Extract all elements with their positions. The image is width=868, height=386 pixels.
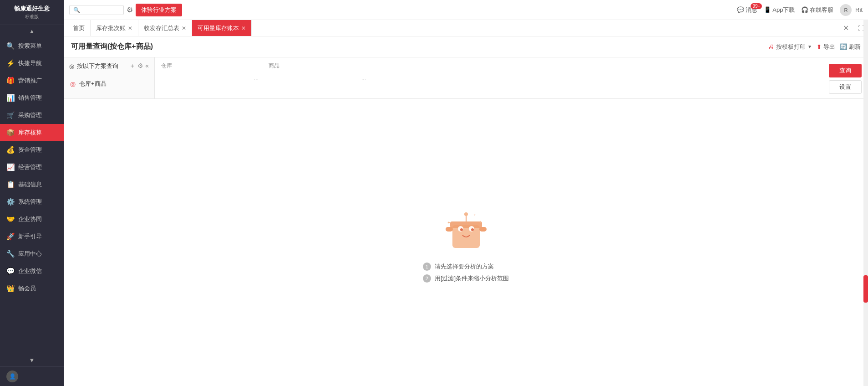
message-button[interactable]: 💬 消息 99+ [737, 6, 757, 14]
tab-close-icon[interactable]: ✕ [241, 25, 246, 31]
tab-close-icon[interactable]: ✕ [182, 25, 186, 31]
industry-solution-button[interactable]: 体验行业方案 [136, 4, 182, 16]
marketing-icon: 🎁 [6, 77, 15, 85]
scheme-item-label: 仓库+商品 [79, 80, 107, 88]
system-icon: ⚙️ [6, 198, 15, 206]
export-button[interactable]: ⬆ 导出 [817, 43, 835, 51]
gear-icon[interactable]: ⚙ [127, 5, 133, 14]
refresh-button[interactable]: 🔄 刷新 [840, 43, 861, 51]
user-avatar: 👤 [6, 371, 18, 382]
tab-available-ledger[interactable]: 可用量库存账本 ✕ [192, 20, 252, 36]
sidebar-item-marketing[interactable]: 🎁 营销推广 [0, 72, 64, 89]
sidebar-item-appcenter[interactable]: 🔧 应用中心 [0, 245, 64, 262]
app-edition: 标准版 [25, 14, 39, 20]
svg-rect-9 [479, 227, 487, 232]
query-section: ◎ 按以下方案查询 ＋ ⚙ « ◎ 仓库+商品 仓库 [64, 57, 868, 99]
svg-text:✦: ✦ [479, 220, 482, 224]
sidebar-item-label: 搜索菜单 [18, 42, 42, 50]
sidebar-item-finance[interactable]: 💰 资金管理 [0, 141, 64, 159]
sidebar-item-enterprise[interactable]: 🤝 企业协同 [0, 211, 64, 228]
sidebar-item-guide[interactable]: 🚀 新手引导 [0, 228, 64, 245]
svg-text:✧: ✧ [473, 213, 476, 216]
sidebar-item-quicknav[interactable]: ⚡ 快捷导航 [0, 55, 64, 72]
product-field: 商品 ... [269, 62, 369, 85]
right-scrollbar[interactable] [863, 20, 868, 386]
page-header: 可用量查询(按仓库+商品) 🖨 按模板打印 ▼ ⬆ 导出 🔄 刷新 [64, 36, 868, 57]
basic-info-icon: 📋 [6, 180, 15, 189]
svg-rect-8 [446, 227, 453, 232]
sidebar-item-label: 应用中心 [18, 250, 42, 258]
export-label: 导出 [823, 43, 835, 51]
sidebar-item-sales[interactable]: 📊 销售管理 [0, 89, 64, 107]
tab-label: 首页 [73, 24, 85, 32]
warehouse-input-container[interactable]: ... [161, 72, 261, 85]
sidebar-user[interactable]: 👤 [0, 366, 64, 386]
scrollbar-thumb[interactable] [863, 275, 868, 303]
sidebar-item-label: 采购管理 [18, 111, 42, 119]
avatar: R [840, 4, 852, 16]
tab-home[interactable]: 首页 [67, 20, 91, 36]
product-input[interactable] [271, 75, 360, 82]
warehouse-more-button[interactable]: ... [254, 75, 259, 82]
sidebar-item-search[interactable]: 🔍 搜索菜单 [0, 37, 64, 55]
sidebar-item-basic[interactable]: 📋 基础信息 [0, 176, 64, 193]
chevron-down-icon: ▼ [807, 44, 812, 49]
warehouse-field: 仓库 ... [161, 62, 261, 85]
operation-icon: 📈 [6, 163, 15, 171]
customer-service-button[interactable]: 🎧 在线客服 [801, 6, 833, 14]
sidebar-item-label: 企业微信 [18, 267, 42, 275]
sidebar-item-label: 基础信息 [18, 180, 42, 189]
sidebar-item-label: 系统管理 [18, 198, 42, 206]
warehouse-input[interactable] [164, 75, 252, 82]
app-download-button[interactable]: 📱 App下载 [764, 6, 795, 14]
search-icon: 🔍 [73, 7, 80, 13]
query-action-buttons: 查询 设置 [829, 62, 862, 94]
print-button[interactable]: 🖨 按模板打印 ▼ [768, 43, 812, 51]
search-menu-icon: 🔍 [6, 42, 15, 50]
sidebar-item-system[interactable]: ⚙️ 系统管理 [0, 193, 64, 211]
quicknav-icon: ⚡ [6, 59, 15, 67]
tab-label: 库存批次账 [96, 24, 126, 32]
tab-batch-ledger[interactable]: 库存批次账 ✕ [91, 20, 138, 36]
tab-close-icon[interactable]: ✕ [128, 25, 132, 31]
settings-scheme-button[interactable]: ⚙ [137, 62, 143, 70]
product-more-button[interactable]: ... [361, 75, 366, 82]
sidebar-scroll-down[interactable]: ▼ [0, 354, 64, 366]
phone-icon: 📱 [764, 6, 771, 13]
sidebar-item-member[interactable]: 👑 畅会员 [0, 280, 64, 297]
print-label: 按模板打印 [776, 43, 806, 51]
scheme-item-warehouse-product[interactable]: ◎ 仓库+商品 [64, 75, 154, 93]
sidebar-item-operation[interactable]: 📈 经营管理 [0, 159, 64, 176]
sidebar-scroll-up[interactable]: ▲ [0, 25, 64, 37]
topbar-search-box[interactable]: 🔍 [69, 5, 124, 15]
page-title: 可用量查询(按仓库+商品) [71, 42, 153, 51]
inventory-icon: 📦 [6, 129, 15, 137]
topbar-left: 🔍 ⚙ 体验行业方案 [69, 4, 733, 16]
sidebar-logo: 畅康通好生意 标准版 [0, 0, 64, 25]
tabbar: 首页 库存批次账 ✕ 收发存汇总表 ✕ 可用量库存账本 ✕ ✕ ⛶ [64, 20, 868, 36]
tabbar-close-button[interactable]: ✕ [838, 24, 854, 32]
tab-inout-summary[interactable]: 收发存汇总表 ✕ [138, 20, 192, 36]
sidebar-item-label: 资金管理 [18, 146, 42, 154]
settings-button[interactable]: 设置 [829, 80, 862, 94]
page-header-actions: 🖨 按模板打印 ▼ ⬆ 导出 🔄 刷新 [768, 43, 861, 51]
collapse-scheme-button[interactable]: « [145, 62, 149, 70]
query-scheme-sidebar: ◎ 按以下方案查询 ＋ ⚙ « ◎ 仓库+商品 [64, 57, 155, 98]
product-input-container[interactable]: ... [269, 72, 369, 85]
app-title: 畅康通好生意 [14, 5, 50, 13]
topbar: 🔍 ⚙ 体验行业方案 💬 消息 99+ 📱 App下载 🎧 在线客服 R [64, 0, 868, 20]
query-button[interactable]: 查询 [829, 64, 862, 77]
service-icon: 🎧 [801, 6, 808, 13]
query-scheme-label: 按以下方案查询 [77, 62, 118, 70]
main-area: 🔍 ⚙ 体验行业方案 💬 消息 99+ 📱 App下载 🎧 在线客服 R [64, 0, 868, 386]
sidebar-item-wechat[interactable]: 💬 企业微信 [0, 262, 64, 280]
add-scheme-button[interactable]: ＋ [129, 62, 136, 70]
sidebar-item-label: 快捷导航 [18, 59, 42, 67]
empty-illustration: ✦ ✦ ✧ [439, 202, 493, 257]
guide-icon: 🚀 [6, 232, 15, 241]
topbar-right: 💬 消息 99+ 📱 App下载 🎧 在线客服 R Rit [737, 4, 863, 16]
empty-tip-1-text: 请先选择要分析的方案 [435, 262, 494, 271]
sidebar-item-inventory[interactable]: 📦 库存核算 [0, 124, 64, 141]
sidebar-item-purchase[interactable]: 🛒 采购管理 [0, 107, 64, 124]
sidebar-item-label: 营销推广 [18, 77, 42, 85]
